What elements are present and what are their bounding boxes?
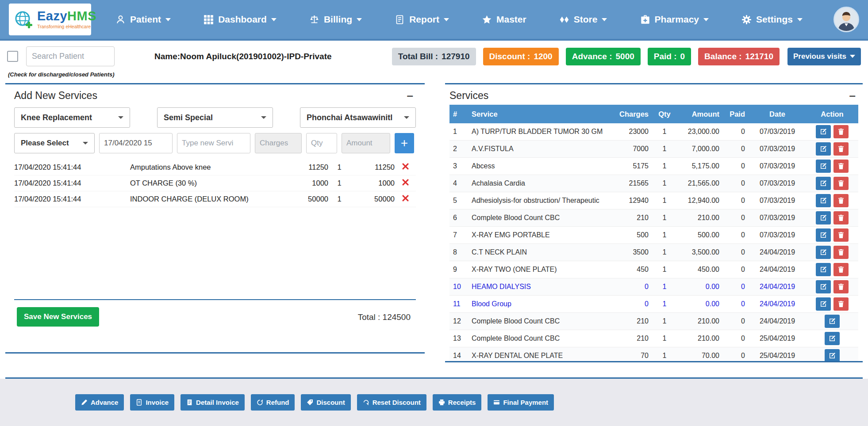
- remove-pending-service-button[interactable]: [395, 163, 416, 172]
- delete-service-button[interactable]: [833, 280, 849, 293]
- new-service-input[interactable]: [177, 133, 250, 153]
- reset-discount-button[interactable]: Reset Discount: [357, 394, 426, 411]
- edit-service-button[interactable]: [816, 125, 831, 138]
- nav-item-patient[interactable]: Patient: [115, 14, 171, 25]
- nav-item-report[interactable]: Report: [395, 14, 449, 25]
- package-select[interactable]: Knee Replacement: [14, 107, 130, 128]
- edit-service-button[interactable]: [816, 297, 831, 311]
- delete-service-button[interactable]: [833, 263, 849, 276]
- edit-service-button[interactable]: [816, 280, 831, 293]
- service-date: 07/03/2019: [749, 143, 806, 155]
- doctor-select[interactable]: Phonchai Atsawawinitl: [300, 107, 416, 128]
- amount-input[interactable]: [342, 133, 390, 153]
- search-patient-input[interactable]: [26, 46, 115, 66]
- package-select-value: Knee Replacement: [21, 113, 92, 122]
- delete-service-button[interactable]: [833, 177, 849, 190]
- detail-invoice-button[interactable]: Detail Invoice: [181, 394, 245, 411]
- charges-input[interactable]: [255, 133, 302, 153]
- service-name: HEAMO DIALYSIS: [468, 281, 608, 293]
- service-qty: 1: [652, 350, 677, 362]
- nav-item-master[interactable]: Master: [482, 14, 526, 25]
- remove-pending-service-button[interactable]: [395, 194, 416, 204]
- delete-service-button[interactable]: [833, 297, 849, 311]
- service-row: 5Adhesiolysis-for obstruction/ Therapeut…: [449, 192, 858, 209]
- user-avatar[interactable]: [833, 7, 859, 32]
- invoice-button[interactable]: Invoice: [130, 394, 174, 411]
- pending-datetime: 17/04/2020 15:41:44: [14, 163, 130, 171]
- advance-button[interactable]: Advance: [75, 394, 124, 411]
- discount-button[interactable]: Discount: [301, 394, 350, 411]
- edit-service-button[interactable]: [816, 177, 831, 190]
- service-row: 12Complete Blood Count CBC2101210.00024/…: [449, 313, 858, 330]
- footer-button-label: Invoice: [146, 399, 169, 406]
- app-logo[interactable]: EazyHMS Transforming eHealthcare: [9, 4, 91, 35]
- service-qty: 1: [652, 315, 677, 327]
- collapse-panel-button[interactable]: –: [404, 90, 416, 101]
- chevron-down-icon: [83, 142, 88, 145]
- collapse-panel-button[interactable]: –: [847, 90, 858, 101]
- chevron-down-icon: [165, 18, 171, 21]
- service-amount: 7,000.00: [677, 143, 723, 155]
- save-new-services-button[interactable]: Save New Services: [17, 307, 99, 327]
- service-select[interactable]: Please Select: [14, 133, 95, 153]
- pending-amount: 11250: [350, 163, 395, 171]
- delete-service-button[interactable]: [833, 160, 849, 173]
- service-date: 24/04/2019: [749, 298, 806, 310]
- edit-service-button[interactable]: [825, 349, 840, 362]
- delete-service-button[interactable]: [833, 142, 849, 156]
- edit-service-button[interactable]: [825, 315, 840, 328]
- pending-qty: 1: [328, 163, 350, 171]
- service-name: Adhesiolysis-for obstruction/ Therapeuti…: [468, 194, 608, 207]
- delete-service-button[interactable]: [833, 125, 849, 138]
- receipts-button[interactable]: Receipts: [433, 394, 482, 411]
- add-service-button[interactable]: +: [395, 133, 414, 153]
- delete-service-button[interactable]: [833, 246, 849, 259]
- column-header-num: #: [449, 107, 468, 121]
- service-row: 8C.T NECK PLAIN350013,500.00024/04/2019: [449, 244, 858, 261]
- final-payment-button[interactable]: Final Payment: [488, 394, 554, 411]
- nav-item-billing[interactable]: Billing: [309, 14, 362, 25]
- service-name: Blood Group: [468, 298, 608, 310]
- pending-service-row: 17/04/2020 15:41:44Amputations Above kne…: [14, 160, 416, 175]
- qty-input[interactable]: [306, 133, 337, 153]
- room-type-select[interactable]: Semi Special: [157, 107, 273, 128]
- pending-charges: 50000: [284, 195, 328, 203]
- service-date: 25/04/2019: [749, 332, 806, 345]
- edit-service-button[interactable]: [816, 228, 831, 242]
- edit-service-button[interactable]: [825, 332, 840, 345]
- service-actions: [806, 123, 858, 140]
- edit-service-button[interactable]: [816, 211, 831, 224]
- discharged-checkbox[interactable]: [7, 51, 18, 62]
- edit-service-button[interactable]: [816, 142, 831, 156]
- service-charges: 210: [608, 315, 652, 327]
- delete-service-button[interactable]: [833, 194, 849, 207]
- edit-service-button[interactable]: [816, 194, 831, 207]
- service-row-number: 13: [449, 332, 468, 345]
- nav-item-store[interactable]: Store: [559, 14, 607, 25]
- delete-service-button[interactable]: [833, 211, 849, 224]
- nav-item-pharmacy[interactable]: Pharmacy: [640, 14, 709, 25]
- previous-visits-button[interactable]: Previous visits: [787, 48, 861, 65]
- badge-balance: Balance :121710: [698, 48, 780, 65]
- service-date: 07/03/2019: [749, 212, 806, 224]
- nav-item-dashboard[interactable]: Dashboard: [204, 14, 277, 25]
- edit-service-button[interactable]: [816, 263, 831, 276]
- nav-item-label: Report: [409, 14, 439, 25]
- person-icon: [115, 15, 126, 25]
- remove-pending-service-button[interactable]: [395, 179, 416, 188]
- refund-button[interactable]: Refund: [251, 394, 295, 411]
- footer-button-label: Refund: [266, 399, 289, 406]
- badge-label: Discount :: [489, 52, 530, 61]
- service-row-number: 12: [449, 315, 468, 327]
- edit-service-button[interactable]: [816, 246, 831, 259]
- column-header-service: Service: [468, 107, 608, 121]
- service-row-number: 14: [449, 350, 468, 362]
- service-paid: 0: [723, 229, 749, 241]
- service-date-input[interactable]: [99, 133, 173, 153]
- delete-service-button[interactable]: [833, 228, 849, 242]
- service-paid: 0: [723, 263, 749, 276]
- nav-item-settings[interactable]: Settings: [741, 14, 803, 25]
- logo-word-hms: HMS: [67, 9, 96, 23]
- edit-service-button[interactable]: [816, 160, 831, 173]
- footer-bar: AdvanceInvoiceDetail InvoiceRefundDiscou…: [0, 379, 868, 426]
